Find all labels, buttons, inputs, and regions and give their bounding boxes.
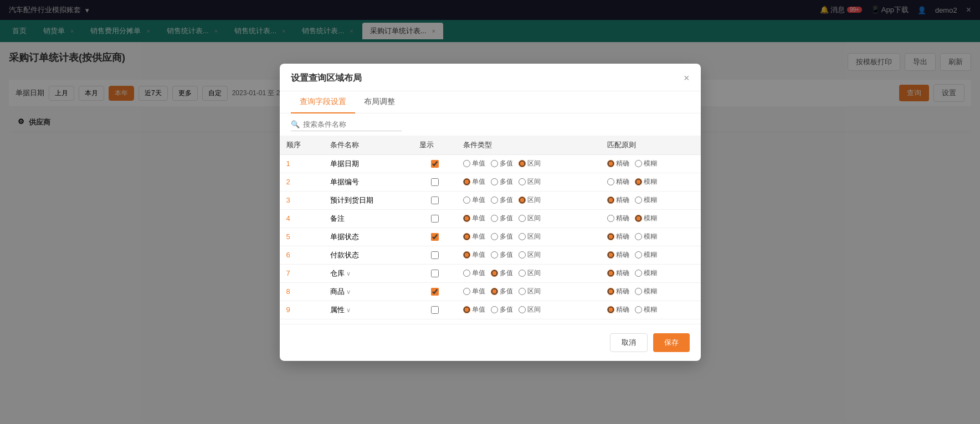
match-fuzzy-radio[interactable] bbox=[635, 251, 642, 258]
type-range-label[interactable]: 区间 bbox=[519, 195, 541, 205]
match-fuzzy-label[interactable]: 模糊 bbox=[635, 232, 657, 241]
type-single-label[interactable]: 单值 bbox=[463, 214, 485, 223]
type-range-label[interactable]: 区间 bbox=[519, 250, 541, 260]
match-exact-label[interactable]: 精确 bbox=[607, 232, 629, 241]
type-single-label[interactable]: 单值 bbox=[463, 287, 485, 296]
match-exact-radio[interactable] bbox=[607, 197, 614, 204]
type-single-radio[interactable] bbox=[463, 270, 470, 277]
type-single-label[interactable]: 单值 bbox=[463, 195, 485, 205]
type-multi-label[interactable]: 多值 bbox=[491, 287, 513, 296]
tab-field-settings[interactable]: 查询字段设置 bbox=[291, 91, 355, 113]
match-exact-label[interactable]: 精确 bbox=[607, 195, 629, 205]
type-single-radio[interactable] bbox=[463, 306, 470, 313]
match-exact-label[interactable]: 精确 bbox=[607, 177, 629, 187]
type-multi-label[interactable]: 多值 bbox=[491, 268, 513, 278]
type-multi-radio[interactable] bbox=[491, 160, 498, 167]
display-checkbox[interactable] bbox=[431, 306, 439, 314]
display-checkbox[interactable] bbox=[431, 178, 439, 186]
match-exact-radio[interactable] bbox=[607, 288, 614, 295]
match-fuzzy-radio[interactable] bbox=[635, 270, 642, 277]
type-single-label[interactable]: 单值 bbox=[463, 305, 485, 314]
type-multi-radio[interactable] bbox=[491, 233, 498, 240]
type-range-radio[interactable] bbox=[519, 160, 526, 167]
type-range-radio[interactable] bbox=[519, 178, 526, 185]
type-multi-label[interactable]: 多值 bbox=[491, 305, 513, 314]
match-fuzzy-radio[interactable] bbox=[635, 178, 642, 185]
match-fuzzy-label[interactable]: 模糊 bbox=[635, 177, 657, 187]
expand-icon[interactable]: ∨ bbox=[346, 288, 351, 295]
type-multi-label[interactable]: 多值 bbox=[491, 214, 513, 223]
display-checkbox[interactable] bbox=[431, 215, 439, 223]
type-range-label[interactable]: 区间 bbox=[519, 214, 541, 223]
type-multi-radio[interactable] bbox=[491, 306, 498, 313]
match-exact-radio[interactable] bbox=[607, 215, 614, 222]
type-range-label[interactable]: 区间 bbox=[519, 287, 541, 296]
match-fuzzy-label[interactable]: 模糊 bbox=[635, 268, 657, 278]
match-exact-radio[interactable] bbox=[607, 251, 614, 258]
type-range-radio[interactable] bbox=[519, 233, 526, 240]
type-range-radio[interactable] bbox=[519, 251, 526, 258]
search-input[interactable] bbox=[303, 120, 392, 128]
display-checkbox[interactable] bbox=[431, 160, 439, 168]
type-range-radio[interactable] bbox=[519, 270, 526, 277]
display-checkbox[interactable] bbox=[431, 251, 439, 259]
type-range-radio[interactable] bbox=[519, 197, 526, 204]
display-checkbox[interactable] bbox=[431, 197, 439, 204]
type-multi-label[interactable]: 多值 bbox=[491, 195, 513, 205]
match-fuzzy-label[interactable]: 模糊 bbox=[635, 305, 657, 314]
match-fuzzy-label[interactable]: 模糊 bbox=[635, 159, 657, 168]
type-single-label[interactable]: 单值 bbox=[463, 159, 485, 168]
type-single-radio[interactable] bbox=[463, 197, 470, 204]
type-single-label[interactable]: 单值 bbox=[463, 177, 485, 187]
type-single-radio[interactable] bbox=[463, 251, 470, 258]
match-fuzzy-label[interactable]: 模糊 bbox=[635, 287, 657, 296]
type-multi-label[interactable]: 多值 bbox=[491, 159, 513, 168]
type-range-radio[interactable] bbox=[519, 215, 526, 222]
match-fuzzy-radio[interactable] bbox=[635, 306, 642, 313]
expand-icon[interactable]: ∨ bbox=[346, 270, 351, 277]
type-single-radio[interactable] bbox=[463, 288, 470, 295]
type-multi-radio[interactable] bbox=[491, 251, 498, 258]
match-exact-radio[interactable] bbox=[607, 160, 614, 167]
type-multi-label[interactable]: 多值 bbox=[491, 232, 513, 241]
match-fuzzy-radio[interactable] bbox=[635, 215, 642, 222]
match-fuzzy-radio[interactable] bbox=[635, 160, 642, 167]
match-exact-label[interactable]: 精确 bbox=[607, 305, 629, 314]
type-multi-label[interactable]: 多值 bbox=[491, 177, 513, 187]
type-range-label[interactable]: 区间 bbox=[519, 268, 541, 278]
type-multi-radio[interactable] bbox=[491, 288, 498, 295]
match-exact-label[interactable]: 精确 bbox=[607, 268, 629, 278]
type-multi-radio[interactable] bbox=[491, 215, 498, 222]
type-multi-label[interactable]: 多值 bbox=[491, 250, 513, 260]
type-multi-radio[interactable] bbox=[491, 178, 498, 185]
save-btn[interactable]: 保存 bbox=[653, 333, 690, 352]
display-checkbox[interactable] bbox=[431, 233, 439, 241]
match-fuzzy-label[interactable]: 模糊 bbox=[635, 195, 657, 205]
type-single-label[interactable]: 单值 bbox=[463, 232, 485, 241]
match-fuzzy-radio[interactable] bbox=[635, 197, 642, 204]
match-exact-radio[interactable] bbox=[607, 233, 614, 240]
match-fuzzy-radio[interactable] bbox=[635, 233, 642, 240]
match-fuzzy-label[interactable]: 模糊 bbox=[635, 250, 657, 260]
match-exact-radio[interactable] bbox=[607, 306, 614, 313]
cancel-btn[interactable]: 取消 bbox=[610, 333, 648, 352]
type-range-label[interactable]: 区间 bbox=[519, 177, 541, 187]
match-fuzzy-label[interactable]: 模糊 bbox=[635, 214, 657, 223]
dialog-close-btn[interactable]: × bbox=[684, 73, 690, 84]
type-single-radio[interactable] bbox=[463, 160, 470, 167]
match-fuzzy-radio[interactable] bbox=[635, 288, 642, 295]
match-exact-label[interactable]: 精确 bbox=[607, 214, 629, 223]
type-multi-radio[interactable] bbox=[491, 197, 498, 204]
match-exact-label[interactable]: 精确 bbox=[607, 287, 629, 296]
type-single-label[interactable]: 单值 bbox=[463, 268, 485, 278]
match-exact-label[interactable]: 精确 bbox=[607, 250, 629, 260]
type-multi-radio[interactable] bbox=[491, 270, 498, 277]
match-exact-label[interactable]: 精确 bbox=[607, 159, 629, 168]
type-range-label[interactable]: 区间 bbox=[519, 305, 541, 314]
type-range-label[interactable]: 区间 bbox=[519, 232, 541, 241]
expand-icon[interactable]: ∨ bbox=[346, 307, 351, 313]
type-single-label[interactable]: 单值 bbox=[463, 250, 485, 260]
type-single-radio[interactable] bbox=[463, 215, 470, 222]
type-single-radio[interactable] bbox=[463, 233, 470, 240]
type-range-label[interactable]: 区间 bbox=[519, 159, 541, 168]
